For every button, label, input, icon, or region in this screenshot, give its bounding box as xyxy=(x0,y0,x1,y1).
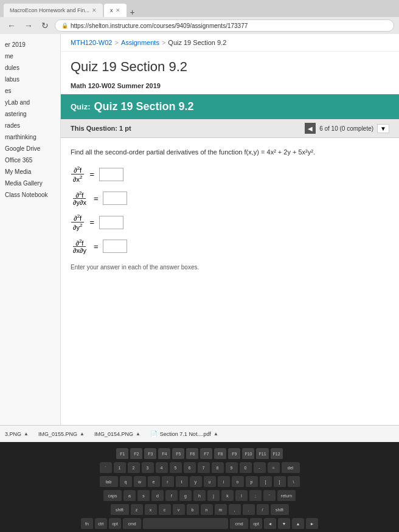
key-right[interactable]: ► xyxy=(306,518,318,530)
sidebar-item-5[interactable]: yLab and xyxy=(0,97,60,108)
key-z[interactable]: z xyxy=(131,504,143,516)
prev-question-button[interactable]: ◀ xyxy=(305,123,316,134)
key-return[interactable]: return xyxy=(277,490,296,502)
key-backslash[interactable]: \ xyxy=(288,476,300,488)
key-8[interactable]: 8 xyxy=(212,462,224,474)
key-rbracket[interactable]: ] xyxy=(274,476,286,488)
key-5[interactable]: 5 xyxy=(170,462,182,474)
sidebar-item-12[interactable]: Media Gallery xyxy=(0,178,60,189)
key-opt-r[interactable]: opt xyxy=(250,518,262,530)
back-button[interactable]: ← xyxy=(5,19,18,32)
key-slash[interactable]: / xyxy=(257,504,269,516)
key-j[interactable]: j xyxy=(207,490,220,502)
address-bar[interactable]: 🔒 https://shelton.instructure.com/course… xyxy=(55,19,394,32)
key-a[interactable]: a xyxy=(123,490,136,502)
key-n[interactable]: n xyxy=(201,504,213,516)
key-x[interactable]: x xyxy=(145,504,157,516)
key-h[interactable]: h xyxy=(193,490,206,502)
key-f1[interactable]: F1 xyxy=(116,448,128,460)
key-u[interactable]: u xyxy=(204,476,216,488)
key-3[interactable]: 3 xyxy=(142,462,154,474)
key-quote[interactable]: ' xyxy=(263,490,276,502)
key-2[interactable]: 2 xyxy=(128,462,140,474)
key-l[interactable]: l xyxy=(235,490,248,502)
key-r[interactable]: r xyxy=(162,476,174,488)
new-tab-button[interactable]: + xyxy=(128,7,137,17)
key-semicolon[interactable]: ; xyxy=(249,490,262,502)
key-w[interactable]: w xyxy=(134,476,146,488)
tab-active-close-icon[interactable]: ✕ xyxy=(116,7,120,13)
key-fn[interactable]: fn xyxy=(81,518,93,530)
download-item-1[interactable]: IMG_0155.PNG ▲ xyxy=(38,431,85,437)
tab-close-icon[interactable]: ✕ xyxy=(92,7,97,13)
key-shift-l[interactable]: shift xyxy=(111,504,129,516)
key-del[interactable]: del xyxy=(282,462,300,474)
download-item-3[interactable]: 📄 Section 7.1 Not....pdf ▲ xyxy=(150,430,218,437)
key-minus[interactable]: - xyxy=(254,462,266,474)
answer-input-1[interactable] xyxy=(99,168,123,181)
key-7[interactable]: 7 xyxy=(198,462,210,474)
key-k[interactable]: k xyxy=(221,490,234,502)
key-y[interactable]: y xyxy=(190,476,202,488)
key-b[interactable]: b xyxy=(187,504,199,516)
key-down[interactable]: ▼ xyxy=(278,518,290,530)
sidebar-item-13[interactable]: Class Notebook xyxy=(0,189,60,201)
key-f10[interactable]: F10 xyxy=(242,448,254,460)
key-f2[interactable]: F2 xyxy=(130,448,142,460)
answer-input-3[interactable] xyxy=(99,216,123,229)
tab-inactive[interactable]: MacroEcon Homework and Fin... ✕ xyxy=(4,4,103,17)
sidebar-item-10[interactable]: Office 365 xyxy=(0,154,60,166)
key-f8[interactable]: F8 xyxy=(214,448,226,460)
key-s[interactable]: s xyxy=(137,490,150,502)
key-9[interactable]: 9 xyxy=(226,462,238,474)
key-left[interactable]: ◄ xyxy=(264,518,276,530)
key-i[interactable]: i xyxy=(218,476,230,488)
key-f11[interactable]: F11 xyxy=(256,448,268,460)
key-caps[interactable]: caps xyxy=(103,490,122,502)
key-f6[interactable]: F6 xyxy=(186,448,198,460)
key-6[interactable]: 6 xyxy=(184,462,196,474)
key-c[interactable]: c xyxy=(159,504,171,516)
key-cmd-l[interactable]: cmd xyxy=(123,518,141,530)
key-g[interactable]: g xyxy=(179,490,192,502)
answer-input-2[interactable] xyxy=(103,192,127,205)
key-p[interactable]: p xyxy=(246,476,258,488)
sidebar-item-7[interactable]: rades xyxy=(0,120,60,131)
key-d[interactable]: d xyxy=(151,490,164,502)
forward-button[interactable]: → xyxy=(22,19,35,32)
key-cmd-r[interactable]: cmd xyxy=(230,518,248,530)
key-comma[interactable]: , xyxy=(229,504,241,516)
status-dropdown[interactable]: ▼ xyxy=(377,124,389,133)
key-e[interactable]: e xyxy=(148,476,160,488)
key-up[interactable]: ▲ xyxy=(292,518,304,530)
key-f12[interactable]: F12 xyxy=(271,448,283,460)
key-opt-l[interactable]: opt xyxy=(109,518,121,530)
key-1[interactable]: 1 xyxy=(114,462,126,474)
key-f3[interactable]: F3 xyxy=(144,448,156,460)
key-tab[interactable]: tab xyxy=(100,476,118,488)
key-4[interactable]: 4 xyxy=(156,462,168,474)
key-v[interactable]: v xyxy=(173,504,185,516)
key-f9[interactable]: F9 xyxy=(228,448,240,460)
breadcrumb-course[interactable]: MTH120-W02 xyxy=(71,39,112,46)
key-period[interactable]: . xyxy=(243,504,255,516)
sidebar-item-9[interactable]: Google Drive xyxy=(0,143,60,154)
sidebar-item-0[interactable]: er 2019 xyxy=(0,39,60,50)
sidebar-item-6[interactable]: astering xyxy=(0,108,60,120)
key-ctrl[interactable]: ctrl xyxy=(95,518,107,530)
refresh-button[interactable]: ↻ xyxy=(39,19,51,32)
answer-input-4[interactable] xyxy=(103,240,127,253)
key-space[interactable] xyxy=(143,518,228,530)
download-item-2[interactable]: IMG_0154.PNG ▲ xyxy=(94,431,141,437)
sidebar-item-4[interactable]: es xyxy=(0,85,60,97)
sidebar-item-1[interactable]: me xyxy=(0,50,60,62)
key-lbracket[interactable]: [ xyxy=(260,476,272,488)
key-shift-r[interactable]: shift xyxy=(271,504,289,516)
key-m[interactable]: m xyxy=(215,504,227,516)
key-f4[interactable]: F4 xyxy=(158,448,170,460)
sidebar-item-11[interactable]: My Media xyxy=(0,166,60,178)
key-0[interactable]: 0 xyxy=(240,462,252,474)
key-t[interactable]: t xyxy=(176,476,188,488)
key-o[interactable]: o xyxy=(232,476,244,488)
download-item-0[interactable]: 3.PNG ▲ xyxy=(5,431,29,437)
